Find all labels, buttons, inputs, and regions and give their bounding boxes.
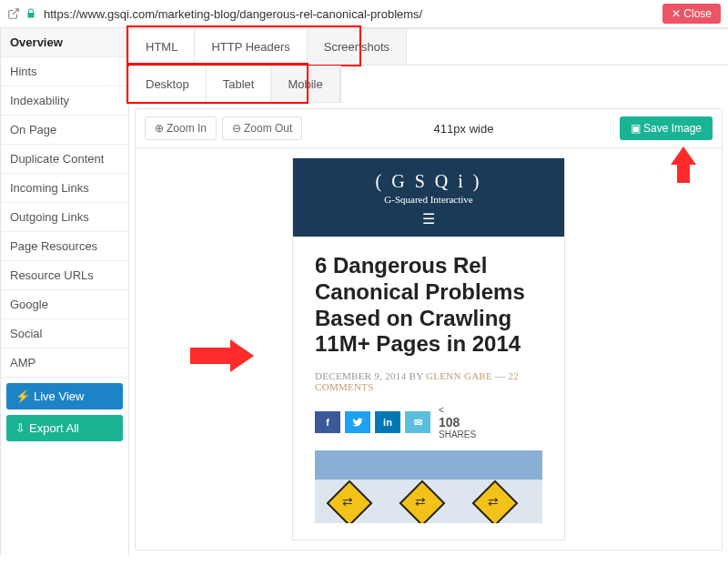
lightning-icon: ⚡ xyxy=(15,389,30,403)
zoom-in-button[interactable]: ⊕Zoom In xyxy=(145,116,217,140)
preview-tagline: G-Squared Interactive xyxy=(302,194,555,205)
sidebar-item-incoming[interactable]: Incoming Links xyxy=(1,174,128,203)
save-image-button[interactable]: ▣ Save Image xyxy=(620,116,713,140)
facebook-icon: f xyxy=(315,411,340,433)
image-icon: ▣ xyxy=(631,122,643,135)
url-display[interactable]: https://www.gsqi.com/marketing-blog/dang… xyxy=(44,7,662,21)
sidebar-item-resource-urls[interactable]: Resource URLs xyxy=(1,261,128,290)
close-icon: ✕ xyxy=(672,7,681,20)
export-all-button[interactable]: ⇩Export All xyxy=(6,415,123,441)
email-icon: ✉ xyxy=(405,411,430,433)
sidebar-item-onpage[interactable]: On Page xyxy=(1,116,128,145)
sidebar: Overview Hints Indexability On Page Dupl… xyxy=(0,28,129,556)
external-link-icon[interactable] xyxy=(7,7,20,20)
preview-share-row: f in ✉ < 108SHARES xyxy=(315,405,542,440)
preview-logo: ( G S Q i ) xyxy=(302,171,555,192)
live-view-button[interactable]: ⚡Live View xyxy=(6,383,123,409)
annotation-arrow-right xyxy=(190,339,254,372)
close-button[interactable]: ✕Close xyxy=(662,4,721,24)
preview-article-title: 6 Dangerous Rel Canonical Problems Based… xyxy=(315,253,542,358)
preview-meta: December 9, 2014 By Glenn Gabe — 22 Comm… xyxy=(315,370,542,392)
device-tabs: Desktop Tablet Mobile xyxy=(129,66,341,103)
tab-tablet[interactable]: Tablet xyxy=(207,66,272,102)
width-indicator: 411px wide xyxy=(308,122,619,136)
sidebar-item-social[interactable]: Social xyxy=(1,319,128,349)
mobile-preview-frame: ( G S Q i ) G-Squared Interactive ☰ 6 Da… xyxy=(292,157,565,541)
linkedin-icon: in xyxy=(375,411,400,433)
sidebar-item-overview[interactable]: Overview xyxy=(1,28,128,57)
share-count: < 108SHARES xyxy=(439,405,476,440)
tab-html[interactable]: HTML xyxy=(129,29,195,65)
tab-http-headers[interactable]: HTTP Headers xyxy=(195,29,307,65)
download-icon: ⇩ xyxy=(15,421,25,435)
hamburger-icon: ☰ xyxy=(302,210,555,227)
tab-screenshots[interactable]: Screenshots xyxy=(308,29,407,65)
preview-author-link: Glenn Gabe xyxy=(426,370,492,381)
sidebar-item-resources[interactable]: Page Resources xyxy=(1,232,128,261)
sidebar-item-duplicate[interactable]: Duplicate Content xyxy=(1,145,128,174)
twitter-icon xyxy=(345,411,370,433)
tab-desktop[interactable]: Desktop xyxy=(129,66,207,102)
tab-mobile[interactable]: Mobile xyxy=(271,66,339,102)
zoom-out-button[interactable]: ⊖Zoom Out xyxy=(222,116,302,140)
sidebar-item-outgoing[interactable]: Outgoing Links xyxy=(1,203,128,232)
zoom-out-icon: ⊖ xyxy=(232,122,241,135)
sidebar-item-hints[interactable]: Hints xyxy=(1,57,128,86)
lock-icon xyxy=(25,7,36,20)
sidebar-item-indexability[interactable]: Indexability xyxy=(1,86,128,116)
zoom-in-icon: ⊕ xyxy=(155,122,164,135)
annotation-arrow-up xyxy=(671,146,696,183)
preview-header: ( G S Q i ) G-Squared Interactive ☰ xyxy=(293,158,564,237)
preview-hero-image xyxy=(315,450,542,523)
sidebar-item-google[interactable]: Google xyxy=(1,290,128,319)
sidebar-item-amp[interactable]: AMP xyxy=(1,349,128,378)
content-tabs: HTML HTTP Headers Screenshots xyxy=(129,28,728,66)
